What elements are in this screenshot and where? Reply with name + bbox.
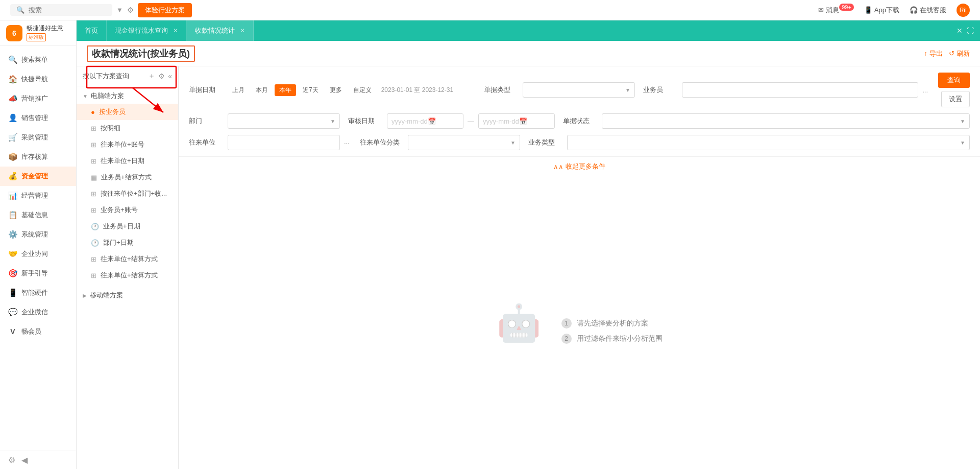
tab-bank-flow[interactable]: 现金银行流水查询 ✕ bbox=[107, 20, 187, 41]
review-date-label: 审核日期 bbox=[348, 116, 379, 126]
sidebar-item-guide[interactable]: 🎯 新手引导 bbox=[0, 264, 76, 283]
date-tab-custom[interactable]: 自定义 bbox=[349, 84, 376, 96]
settings-bottom-icon[interactable]: ⚙ bbox=[8, 455, 15, 465]
scheme-group-desktop-header[interactable]: ▼ 电脑端方案 bbox=[77, 88, 178, 104]
app-download-btn[interactable]: 📱 App下载 bbox=[864, 6, 899, 15]
sidebar-item-wechat[interactable]: 💬 企业微信 bbox=[0, 302, 76, 322]
sidebar-item-purchase[interactable]: 🛒 采购管理 bbox=[0, 128, 76, 147]
scheme-item-by-detail[interactable]: ⊞ 按明细 bbox=[77, 120, 178, 136]
scheme-item-partner-account-label: 往来单位+账号 bbox=[101, 140, 144, 149]
sidebar-label-marketing: 营销推广 bbox=[21, 94, 48, 103]
scheme-header-label: 按以下方案查询 bbox=[83, 72, 129, 81]
settings-btn[interactable]: 设置 bbox=[941, 91, 970, 107]
review-date-start-icon[interactable]: 📅 bbox=[428, 118, 436, 125]
mobile-group-label: 移动端方案 bbox=[90, 291, 123, 300]
scheme-group-mobile-header[interactable]: ▶ 移动端方案 bbox=[77, 288, 178, 303]
review-date-end[interactable]: yyyy-mm-dd 📅 bbox=[478, 113, 555, 129]
partner-category-select[interactable]: ▼ bbox=[408, 135, 520, 150]
user-avatar[interactable]: Rit bbox=[957, 4, 970, 17]
scheme-item-by-salesman[interactable]: ● 按业务员 bbox=[77, 104, 178, 120]
sidebar-item-member[interactable]: V 畅会员 bbox=[0, 322, 76, 341]
finance-icon: 💰 bbox=[8, 172, 17, 181]
refresh-btn[interactable]: ↺ 刷新 bbox=[949, 49, 970, 58]
sidebar-item-operations[interactable]: 📊 经营管理 bbox=[0, 186, 76, 205]
date-tab-this-year[interactable]: 本年 bbox=[275, 84, 296, 96]
settings-scheme-btn[interactable]: ⚙ bbox=[158, 72, 165, 80]
search-bar[interactable]: 🔍 bbox=[10, 4, 112, 16]
collapse-sidebar-icon[interactable]: ◀ bbox=[21, 455, 28, 465]
sidebar-item-system[interactable]: ⚙️ 系统管理 bbox=[0, 225, 76, 244]
messages-badge: 99+ bbox=[839, 4, 854, 11]
doc-status-select[interactable]: ▼ bbox=[602, 113, 970, 129]
top-bar-right: ✉ 消息 99+ 📱 App下载 🎧 在线客服 Rit bbox=[818, 4, 970, 17]
sidebar-item-quick-nav[interactable]: 🏠 快捷导航 bbox=[0, 69, 76, 89]
tab-collection-stat-close[interactable]: ✕ bbox=[240, 27, 245, 34]
partner-payment1-icon: ⊞ bbox=[91, 255, 96, 263]
sidebar-item-finance[interactable]: 💰 资金管理 bbox=[0, 167, 76, 186]
tab-bank-flow-close[interactable]: ✕ bbox=[173, 27, 178, 34]
review-date-end-icon[interactable]: 📅 bbox=[519, 118, 527, 125]
page-header: 收款情况统计(按业务员) ↑ 导出 ↺ 刷新 bbox=[77, 41, 980, 66]
sidebar-item-inventory[interactable]: 📦 库存核算 bbox=[0, 147, 76, 167]
salesman-field: ... bbox=[682, 82, 930, 98]
partner-category-label: 往来单位分类 bbox=[360, 138, 400, 147]
salesman-more-btn[interactable]: ... bbox=[920, 86, 930, 94]
dropdown-icon[interactable]: ▼ bbox=[116, 6, 123, 14]
salesman-select[interactable] bbox=[682, 82, 918, 98]
date-tab-more[interactable]: 更多 bbox=[325, 84, 347, 96]
maximize-window-icon[interactable]: ⛶ bbox=[967, 27, 974, 35]
search-input[interactable] bbox=[29, 6, 100, 14]
collapse-bar[interactable]: ∧∧ 收起更多条件 bbox=[179, 157, 980, 176]
sidebar-item-search-menu[interactable]: 🔍 搜索菜单 bbox=[0, 50, 76, 69]
query-btn[interactable]: 查询 bbox=[938, 73, 970, 88]
scheme-item-partner-dept-col[interactable]: ⊞ 按往来单位+部门+收... bbox=[77, 185, 178, 202]
collapse-scheme-btn[interactable]: « bbox=[168, 72, 172, 80]
messages-btn[interactable]: ✉ 消息 99+ bbox=[818, 6, 854, 15]
step-2-num: 2 bbox=[561, 334, 572, 344]
scheme-item-dept-date[interactable]: 🕐 部门+日期 bbox=[77, 235, 178, 251]
member-icon: V bbox=[8, 327, 17, 336]
sidebar-label-member: 畅会员 bbox=[21, 327, 41, 336]
sidebar-item-marketing[interactable]: 📣 营销推广 bbox=[0, 89, 76, 108]
scheme-item-salesman-date[interactable]: 🕐 业务员+日期 bbox=[77, 218, 178, 235]
add-scheme-btn[interactable]: ＋ bbox=[148, 72, 155, 81]
sidebar-item-sales[interactable]: 👤 销售管理 bbox=[0, 108, 76, 128]
sidebar-item-enterprise[interactable]: 🤝 企业协同 bbox=[0, 244, 76, 264]
export-btn[interactable]: ↑ 导出 bbox=[924, 49, 943, 58]
date-tab-this-month[interactable]: 本月 bbox=[251, 84, 273, 96]
settings-icon[interactable]: ⚙ bbox=[127, 6, 134, 15]
top-bar: 🔍 ▼ ⚙ 体验行业方案 ✉ 消息 99+ 📱 App下载 🎧 在线客服 Rit bbox=[0, 0, 980, 20]
sidebar-label-basic-info: 基础信息 bbox=[21, 210, 48, 220]
empty-step-2: 2 用过滤条件来缩小分析范围 bbox=[561, 334, 663, 344]
marketing-icon: 📣 bbox=[8, 94, 17, 103]
tab-collection-stat[interactable]: 收款情况统计 ✕ bbox=[187, 20, 254, 41]
doc-type-select[interactable]: ▼ bbox=[523, 82, 635, 98]
sidebar-item-basic-info[interactable]: 📋 基础信息 bbox=[0, 205, 76, 225]
partner-select[interactable] bbox=[228, 135, 340, 150]
dept-select[interactable]: ▼ bbox=[228, 113, 340, 129]
sidebar-label-smart-hw: 智能硬件 bbox=[21, 288, 48, 297]
tab-home[interactable]: 首页 bbox=[77, 20, 107, 41]
online-service-btn[interactable]: 🎧 在线客服 bbox=[910, 6, 946, 15]
desktop-group-label: 电脑端方案 bbox=[91, 91, 124, 101]
scheme-item-partner-payment1[interactable]: ⊞ 往来单位+结算方式 bbox=[77, 251, 178, 267]
partner-dept-icon: ⊞ bbox=[91, 190, 96, 198]
sidebar-item-smart-hw[interactable]: 📱 智能硬件 bbox=[0, 283, 76, 302]
collapse-up-icon: ∧∧ bbox=[553, 163, 564, 171]
scheme-item-partner-account[interactable]: ⊞ 往来单位+账号 bbox=[77, 136, 178, 153]
trial-btn[interactable]: 体验行业方案 bbox=[138, 3, 192, 17]
scheme-item-partner-date[interactable]: ⊞ 往来单位+日期 bbox=[77, 153, 178, 169]
scheme-group-desktop: ▼ 电脑端方案 ● 按业务员 ⊞ 按明细 ⊞ 往 bbox=[77, 86, 178, 286]
partner-more-btn[interactable]: ··· bbox=[342, 139, 352, 147]
search-menu-icon: 🔍 bbox=[8, 55, 17, 64]
scheme-item-salesman-payment[interactable]: ▦ 业务员+结算方式 bbox=[77, 169, 178, 185]
date-tab-7days[interactable]: 近7天 bbox=[298, 84, 323, 96]
date-tab-last-month[interactable]: 上月 bbox=[228, 84, 249, 96]
scheme-item-partner-payment2[interactable]: ⊞ 往来单位+结算方式 bbox=[77, 267, 178, 284]
close-window-icon[interactable]: ✕ bbox=[957, 27, 963, 35]
biz-type-select[interactable]: ▼ bbox=[567, 135, 970, 150]
sidebar-label-guide: 新手引导 bbox=[21, 269, 48, 278]
review-date-start[interactable]: yyyy-mm-dd 📅 bbox=[387, 113, 463, 129]
filter-row-2: 部门 ▼ 审核日期 yyyy-mm-dd 📅 bbox=[189, 113, 970, 129]
scheme-item-salesman-account[interactable]: ⊞ 业务员+账号 bbox=[77, 202, 178, 218]
